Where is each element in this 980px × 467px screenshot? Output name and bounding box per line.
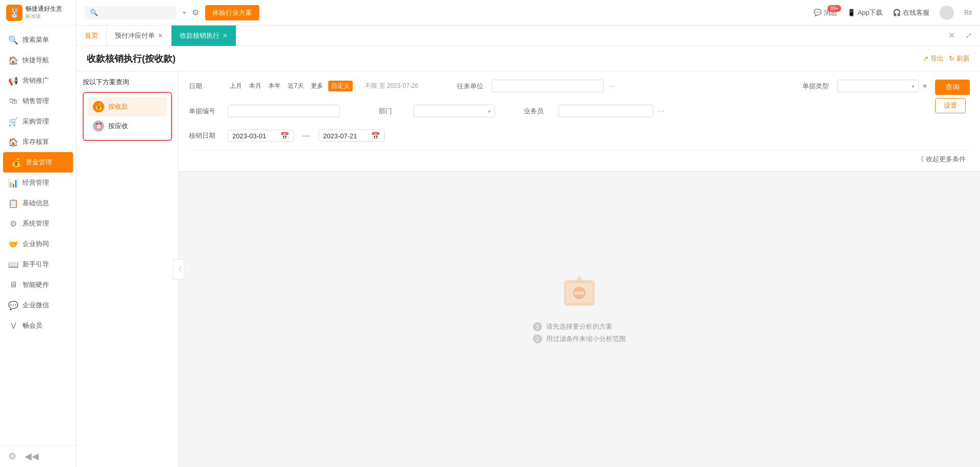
dept-filter-area: 部门	[379, 105, 495, 117]
calendar-end-icon[interactable]: 📅	[371, 132, 380, 140]
shortcut-this-year[interactable]: 本年	[266, 81, 283, 91]
tab-home[interactable]: 首页	[77, 26, 107, 46]
doctype-more-icon[interactable]: ▾	[923, 81, 927, 91]
tab-receipt-verify[interactable]: 收款核销执行 ✕	[172, 26, 236, 46]
partner-more-icon[interactable]: ···	[608, 82, 615, 91]
staff-more-icon[interactable]: ···	[657, 107, 664, 116]
user-avatar[interactable]	[940, 6, 954, 20]
shortcut-7days[interactable]: 近7天	[286, 81, 306, 91]
sidebar-item-management[interactable]: 📊 经营管理	[0, 173, 76, 193]
tab-prepay-close[interactable]: ✕	[158, 32, 163, 39]
sidebar-item-search[interactable]: 🔍 搜索菜单	[0, 30, 76, 50]
management-icon: 📊	[8, 178, 18, 188]
dept-select[interactable]	[413, 105, 495, 117]
search-icon: 🔍	[8, 35, 18, 45]
receivable-icon: ⏰	[93, 120, 104, 132]
sidebar-item-member[interactable]: Ⅴ 畅会员	[0, 315, 76, 336]
export-button[interactable]: ↗ 导出	[923, 54, 944, 63]
tabbar-expand-icon[interactable]: ⤢	[962, 30, 975, 41]
verifydate-label: 核销日期	[189, 131, 219, 140]
app-name: 畅捷通好生意	[26, 5, 62, 13]
svg-rect-3	[574, 291, 584, 294]
date-nolimit-text: 不限	[365, 82, 377, 90]
shortcut-last-month[interactable]: 上月	[228, 81, 244, 91]
topbar-dropdown-icon[interactable]: ▾	[183, 9, 186, 16]
topbar-gear-icon[interactable]: ⚙	[192, 8, 199, 17]
staff-input[interactable]	[558, 105, 653, 117]
left-panel-title: 按以下方案查询	[83, 78, 172, 87]
search-icon-top: 🔍	[90, 9, 98, 16]
tabbar-close-all-icon[interactable]: ✕	[945, 30, 958, 41]
marketing-icon: 📢	[8, 76, 18, 86]
tabbar: 首页 预付冲应付单 ✕ 收款核销执行 ✕ ✕ ⤢	[77, 26, 980, 46]
user-name[interactable]: Rit	[964, 9, 972, 16]
sidebar-item-baseinfo[interactable]: 📋 基础信息	[0, 193, 76, 213]
tab-receipt-verify-close[interactable]: ✕	[223, 32, 228, 39]
shortcut-this-month[interactable]: 本月	[247, 81, 263, 91]
app-download-button[interactable]: 📱 App下载	[847, 8, 883, 17]
date-nolimit-area: 不限 至 2023-07-26	[365, 82, 419, 90]
baseinfo-icon: 📋	[8, 198, 18, 208]
sidebar-item-wechat[interactable]: 💬 企业微信	[0, 295, 76, 315]
partner-input[interactable]	[492, 80, 604, 92]
sidebar-item-purchase[interactable]: 🛒 采购管理	[0, 111, 76, 132]
sidebar-item-enterprise[interactable]: 🤝 企业协同	[0, 234, 76, 254]
online-service-button[interactable]: 🎧 在线客服	[893, 8, 929, 17]
filter-row-verifydate: 核销日期 📅 — 📅	[189, 130, 927, 142]
filter-actions-column: 查询 设置	[935, 80, 970, 113]
sidebar-item-system[interactable]: ⚙ 系统管理	[0, 213, 76, 234]
verify-date-start-input[interactable]	[232, 132, 278, 140]
doctype-label: 单据类型	[802, 82, 833, 91]
sidebar-item-label: 快捷导航	[22, 56, 49, 65]
doctype-select[interactable]	[837, 80, 919, 92]
sidebar-item-label: 企业协同	[22, 239, 49, 249]
date-to-text: 至 2023-07-26	[379, 82, 419, 90]
sidebar-nav: 🔍 搜索菜单 🏠 快捷导航 📢 营销推广 🛍 销售管理 🛒 采购管理 🏠 库存核…	[0, 26, 76, 445]
shortcut-custom[interactable]: 自定义	[328, 81, 353, 91]
sidebar-item-inventory[interactable]: 🏠 库存核算	[0, 132, 76, 152]
topbar-search-area[interactable]: 🔍	[85, 6, 177, 19]
empty-hint-1-text: 请先选择要分析的方案	[546, 322, 612, 331]
hardware-icon: 🖥	[8, 280, 18, 290]
refresh-button[interactable]: ↻ 刷新	[949, 54, 970, 63]
left-panel-collapse-button[interactable]: 《	[173, 259, 184, 280]
sidebar-item-label: 搜索菜单	[22, 35, 49, 44]
tab-prepay[interactable]: 预付冲应付单 ✕	[107, 26, 172, 46]
shortcut-more[interactable]: 更多	[309, 81, 325, 91]
collapse-icon: 《	[917, 155, 924, 164]
docno-input[interactable]	[228, 105, 340, 117]
staff-label: 业务员	[524, 107, 554, 116]
empty-illustration	[554, 265, 605, 316]
settings-bottom-icon[interactable]: ⚙	[8, 451, 16, 462]
inventory-icon: 🏠	[8, 137, 18, 147]
page-title: 收款核销执行(按收款)	[87, 53, 176, 65]
sidebar-item-guide[interactable]: 📖 新手引导	[0, 254, 76, 275]
finance-icon: 💰	[11, 157, 21, 167]
sidebar-item-finance[interactable]: 💰 资金管理	[3, 152, 73, 173]
empty-hint-1: 1 请先选择要分析的方案	[533, 322, 626, 331]
sidebar-item-label: 资金管理	[26, 158, 52, 167]
topbar-right: 💬 消息 99+ 📱 App下载 🎧 在线客服 Rit	[814, 6, 972, 20]
sidebar-item-label: 经营管理	[22, 178, 49, 187]
sidebar-item-marketing[interactable]: 📢 营销推广	[0, 70, 76, 91]
verify-date-end-input[interactable]	[323, 132, 369, 140]
calendar-start-icon[interactable]: 📅	[280, 132, 289, 140]
sidebar-item-quicknav[interactable]: 🏠 快捷导航	[0, 50, 76, 70]
collapse-more-button[interactable]: 《 收起更多条件	[913, 153, 970, 166]
tabbar-right-actions: ✕ ⤢	[945, 30, 980, 41]
sidebar-item-hardware[interactable]: 🖥 智能硬件	[0, 275, 76, 295]
sidebar-item-label: 畅会员	[22, 321, 42, 330]
industry-solution-button[interactable]: 体验行业方案	[205, 5, 259, 20]
filter-option-by-receipt[interactable]: 💰 按收款	[88, 97, 167, 116]
date-shortcuts: 上月 本月 本年 近7天 更多 自定义	[228, 81, 353, 91]
message-button[interactable]: 💬 消息 99+	[814, 8, 837, 17]
service-icon: 🎧	[893, 9, 901, 16]
dept-label: 部门	[379, 107, 409, 116]
setting-button[interactable]: 设置	[935, 98, 966, 113]
collapse-sidebar-icon[interactable]: ◀◀	[24, 451, 39, 462]
message-badge: 99+	[827, 5, 841, 12]
filter-option-by-receivable[interactable]: ⏰ 按应收	[88, 116, 167, 136]
sidebar-item-sales[interactable]: 🛍 销售管理	[0, 91, 76, 111]
query-button[interactable]: 查询	[935, 80, 970, 95]
empty-hint-2: 2 用过滤条件来缩小分析范围	[533, 334, 626, 343]
